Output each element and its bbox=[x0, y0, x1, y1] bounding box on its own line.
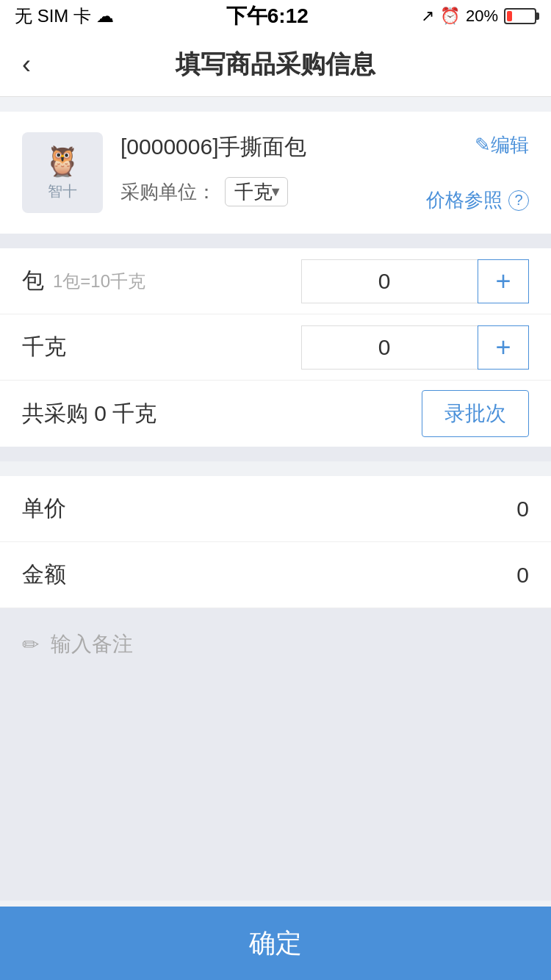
bottom-area bbox=[0, 680, 551, 901]
amount-label: 金额 bbox=[22, 560, 66, 590]
nav-bar: ‹ 填写商品采购信息 bbox=[0, 32, 551, 97]
battery-percent: 20% bbox=[466, 7, 498, 26]
kg-input-row: 千克 + bbox=[0, 314, 551, 381]
status-left: 无 SIM 卡 ☁ bbox=[15, 4, 114, 28]
price-ref-link[interactable]: 价格参照 ? bbox=[426, 187, 529, 213]
note-icon: ✏ bbox=[22, 633, 39, 657]
kg-label: 千克 bbox=[22, 332, 66, 362]
record-batch-button[interactable]: 录批次 bbox=[422, 390, 529, 437]
product-owl-label: 智十 bbox=[48, 181, 77, 201]
total-row: 共采购 0 千克 录批次 bbox=[0, 381, 551, 447]
battery-fill bbox=[507, 11, 512, 21]
edit-link[interactable]: ✎编辑 bbox=[475, 132, 529, 158]
unit-price-value: 0 bbox=[516, 497, 529, 522]
product-owl-icon: 🦉 bbox=[44, 144, 81, 179]
price-ref-icon: ? bbox=[508, 190, 529, 211]
confirm-button[interactable]: 确定 bbox=[0, 907, 551, 980]
alarm-icon: ⏰ bbox=[440, 7, 460, 26]
kg-plus-button[interactable]: + bbox=[478, 325, 529, 370]
kg-input-right: + bbox=[301, 325, 529, 370]
status-right: ↗ ⏰ 20% bbox=[421, 7, 536, 26]
total-label: 共采购 0 千克 bbox=[22, 399, 156, 429]
info-section: 单价 0 金额 0 bbox=[0, 476, 551, 608]
bag-input-row: 包 1包=10千克 + bbox=[0, 248, 551, 314]
bag-label: 包 1包=10千克 bbox=[22, 266, 145, 296]
product-name: [0000006]手撕面包 bbox=[120, 132, 529, 162]
sim-label: 无 SIM 卡 ☁ bbox=[15, 4, 114, 28]
bag-input-right: + bbox=[301, 259, 529, 303]
amount-row: 金额 0 bbox=[0, 542, 551, 608]
location-icon: ↗ bbox=[421, 7, 434, 26]
bag-quantity-input[interactable] bbox=[301, 259, 478, 303]
battery-icon bbox=[504, 8, 536, 24]
note-placeholder: 输入备注 bbox=[51, 630, 133, 658]
section-divider-1 bbox=[0, 234, 551, 248]
page-title: 填写商品采购信息 bbox=[176, 48, 375, 82]
status-bar: 无 SIM 卡 ☁ 下午6:12 ↗ ⏰ 20% bbox=[0, 0, 551, 32]
bag-sublabel: 1包=10千克 bbox=[53, 270, 145, 293]
kg-quantity-input[interactable] bbox=[301, 325, 478, 370]
amount-value: 0 bbox=[516, 563, 529, 588]
unit-price-label: 单价 bbox=[22, 494, 66, 524]
unit-price-row: 单价 0 bbox=[0, 476, 551, 542]
unit-select[interactable]: 千克 bbox=[225, 177, 288, 206]
bag-plus-button[interactable]: + bbox=[478, 259, 529, 303]
unit-select-wrapper[interactable]: 千克 bbox=[225, 177, 288, 206]
status-time: 下午6:12 bbox=[226, 2, 309, 30]
note-section[interactable]: ✏ 输入备注 bbox=[0, 608, 551, 680]
unit-label: 采购单位： bbox=[120, 179, 216, 205]
input-section: 包 1包=10千克 + 千克 + 共采购 0 千克 录批次 bbox=[0, 248, 551, 447]
product-card: 🦉 智十 [0000006]手撕面包 采购单位： 千克 ✎编辑 价格参照 ? bbox=[0, 112, 551, 234]
back-button[interactable]: ‹ bbox=[22, 49, 31, 80]
section-divider-2 bbox=[0, 447, 551, 461]
product-image: 🦉 智十 bbox=[22, 132, 103, 213]
